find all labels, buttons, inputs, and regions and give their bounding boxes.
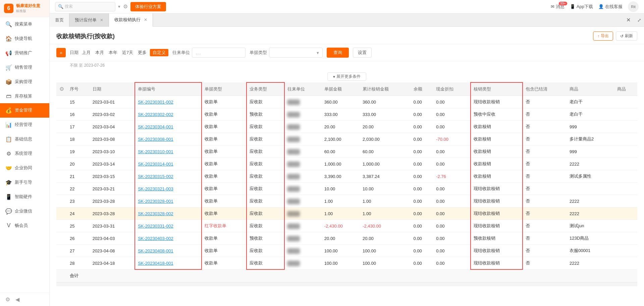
header-dropdown-icon[interactable]: ▾ bbox=[118, 4, 120, 9]
logo-text-group: 畅康道好生意 标推版 bbox=[16, 3, 40, 13]
table-row: 252023-03-31SK-20230331-002红字收款单应收款████-… bbox=[56, 220, 637, 232]
tab-receipt-close[interactable]: ✕ bbox=[144, 17, 147, 22]
cooperation-icon: 🤝 bbox=[5, 165, 12, 171]
cell-goods-img bbox=[614, 207, 637, 220]
sidebar-item-member[interactable]: V 畅会员 bbox=[0, 219, 49, 233]
tab-bar-expand[interactable]: ⤢ bbox=[635, 17, 644, 23]
filter-date-more[interactable]: 更多 bbox=[137, 49, 148, 56]
sidebar-item-operations[interactable]: 📊 经营管理 bbox=[0, 118, 49, 132]
filter-date-custom[interactable]: 自定义 bbox=[150, 49, 168, 56]
expand-chevron-icon: ▾ bbox=[333, 74, 335, 79]
sidebar-item-label-sales: 销售管理 bbox=[15, 64, 32, 70]
filter-doctype-select[interactable]: ▾ bbox=[269, 48, 323, 58]
cell-doc-no[interactable]: SK-20230314-001 bbox=[135, 158, 202, 170]
query-button[interactable]: 查询 bbox=[327, 48, 349, 58]
filter-date-last-month[interactable]: 上月 bbox=[80, 49, 92, 56]
tab-bar-close-all[interactable]: ✕ bbox=[622, 17, 635, 23]
cell-doc-no[interactable]: SK-20230310-001 bbox=[135, 145, 202, 158]
export-button[interactable]: ↑ 导出 bbox=[593, 32, 613, 41]
sidebar-item-purchase[interactable]: 📦 采购管理 bbox=[0, 75, 49, 89]
sidebar-item-quick-nav[interactable]: 🏠 快捷导航 bbox=[0, 32, 49, 46]
horizontal-scrollbar[interactable] bbox=[56, 282, 637, 286]
cell-doc-type: 收款单 bbox=[202, 158, 247, 170]
app-icon: 📱 bbox=[570, 4, 575, 9]
settings-button[interactable]: 设置 bbox=[353, 48, 372, 58]
sidebar-item-guide[interactable]: 🎓 新手引导 bbox=[0, 175, 49, 190]
cell-balance: 0.00 bbox=[411, 133, 434, 145]
cell-date: 2023-03-10 bbox=[90, 145, 135, 158]
cell-goods: 衣服00001 bbox=[567, 245, 614, 257]
cell-doc-no[interactable]: SK-20230408-001 bbox=[135, 245, 202, 257]
cell-doc-no[interactable]: SK-20230403-002 bbox=[135, 232, 202, 245]
expand-more-button[interactable]: ▾ 展开更多条件 bbox=[327, 72, 366, 81]
tab-home[interactable]: 首页 bbox=[50, 13, 69, 27]
member-icon: V bbox=[5, 223, 12, 229]
sidebar-item-inventory[interactable]: 🗃 库存核算 bbox=[0, 89, 49, 103]
cell-doc-type: 收款单 bbox=[202, 195, 247, 207]
sidebar-item-cooperation[interactable]: 🤝 企业协同 bbox=[0, 161, 49, 175]
cell-doc-no[interactable]: SK-20230328-002 bbox=[135, 207, 202, 220]
settings-bottom-icon[interactable]: ⚙ bbox=[5, 296, 10, 303]
cell-balance: 0.00 bbox=[411, 170, 434, 183]
message-button[interactable]: ✉ 消息 99+ bbox=[551, 4, 565, 10]
refresh-button[interactable]: ↺ 刷新 bbox=[616, 32, 637, 41]
col-doc-type: 单据类型 bbox=[202, 82, 247, 96]
filter-date-7days[interactable]: 近7天 bbox=[121, 49, 135, 56]
main-table: ⚙ 序号 日期 单据编号 单据类型 业务类型 往来单位 单据金额 累计核销金额 … bbox=[56, 82, 637, 282]
filter-date-this-year[interactable]: 本年 bbox=[107, 49, 119, 56]
cell-doc-no[interactable]: SK-20230418-001 bbox=[135, 257, 202, 270]
solution-button[interactable]: 体验行业方案 bbox=[130, 2, 166, 11]
cell-cancel-type: 现结收款核销 bbox=[471, 220, 523, 232]
cell-checkbox bbox=[56, 170, 67, 183]
cell-doc-no[interactable]: SK-20230321-003 bbox=[135, 183, 202, 195]
tab-bar: 首页 预计应付单 ✕ 收款核销执行 ✕ ✕ ⤢ bbox=[50, 13, 644, 27]
header-search-box[interactable]: 🔍 搜索 bbox=[55, 2, 115, 11]
cell-cancel-type: 现结收款核销 bbox=[471, 257, 523, 270]
search-icon-header: 🔍 bbox=[58, 4, 63, 9]
header-gear-icon[interactable]: ⚙ bbox=[123, 3, 128, 10]
cell-doc-no[interactable]: SK-20230328-001 bbox=[135, 195, 202, 207]
cell-date: 2023-03-04 bbox=[90, 121, 135, 133]
cell-no: 19 bbox=[67, 145, 90, 158]
online-support-button[interactable]: 👤 在线客服 bbox=[598, 4, 623, 10]
sidebar-item-sales[interactable]: 🛒 销售管理 bbox=[0, 60, 49, 75]
cell-total-cancel: -2,430.00 bbox=[360, 220, 411, 232]
cell-doc-no[interactable]: SK-20230301-002 bbox=[135, 96, 202, 108]
sidebar-item-basics[interactable]: 📋 基础信息 bbox=[0, 132, 49, 146]
tab-prepay[interactable]: 预计应付单 ✕ bbox=[69, 13, 109, 27]
tab-prepay-close[interactable]: ✕ bbox=[100, 18, 103, 22]
col-settings-icon[interactable]: ⚙ bbox=[59, 86, 64, 92]
col-settings[interactable]: ⚙ bbox=[56, 82, 67, 96]
cell-balance: 0.00 bbox=[411, 245, 434, 257]
cell-total-cancel: 1.00 bbox=[360, 207, 411, 220]
col-goods2: 商品 bbox=[614, 82, 637, 96]
filter-toggle-button[interactable]: » bbox=[56, 48, 66, 57]
cell-doc-no[interactable]: SK-20230315-002 bbox=[135, 170, 202, 183]
sidebar-item-system[interactable]: ⚙ 系统管理 bbox=[0, 146, 49, 161]
export-label: 导出 bbox=[601, 33, 609, 39]
sidebar-item-search[interactable]: 🔍 搜索菜单 bbox=[0, 17, 49, 32]
tab-receipt-exec[interactable]: 收款核销执行 ✕ bbox=[109, 13, 153, 27]
collapse-icon[interactable]: ◀ bbox=[15, 296, 19, 303]
app-download-button[interactable]: 📱 App下载 bbox=[570, 4, 593, 10]
sidebar-item-finance[interactable]: 💰 资金管理 bbox=[0, 103, 49, 118]
cell-total-cancel: 100.00 bbox=[360, 257, 411, 270]
cell-goods-img bbox=[614, 108, 637, 121]
cell-cancel-type: 收款核销 bbox=[471, 121, 523, 133]
cell-doc-no[interactable]: SK-20230302-002 bbox=[135, 108, 202, 121]
user-avatar-area[interactable]: Rit bbox=[628, 1, 639, 12]
cell-goods-img bbox=[614, 121, 637, 133]
cell-doc-no[interactable]: SK-20230308-001 bbox=[135, 133, 202, 145]
filter-date-this-month[interactable]: 本月 bbox=[94, 49, 105, 56]
sidebar-item-wechat[interactable]: 💬 企业微信 bbox=[0, 204, 49, 219]
sidebar-item-hardware[interactable]: 📱 智能硬件 bbox=[0, 190, 49, 204]
table-scroll[interactable]: ⚙ 序号 日期 单据编号 单据类型 业务类型 往来单位 单据金额 累计核销金额 … bbox=[56, 82, 637, 282]
cell-doc-no[interactable]: SK-20230304-001 bbox=[135, 121, 202, 133]
marketing-icon: 📢 bbox=[5, 50, 12, 56]
col-balance: 余额 bbox=[411, 82, 434, 96]
sidebar-item-marketing[interactable]: 📢 营销推广 bbox=[0, 46, 49, 60]
sidebar-item-label-operations: 经营管理 bbox=[15, 122, 32, 128]
cell-doc-no[interactable]: SK-20230331-002 bbox=[135, 220, 202, 232]
table-row: 192023-03-10SK-20230310-001收款单应收款████60.… bbox=[56, 145, 637, 158]
filter-partner-input[interactable]: ... bbox=[192, 48, 246, 58]
